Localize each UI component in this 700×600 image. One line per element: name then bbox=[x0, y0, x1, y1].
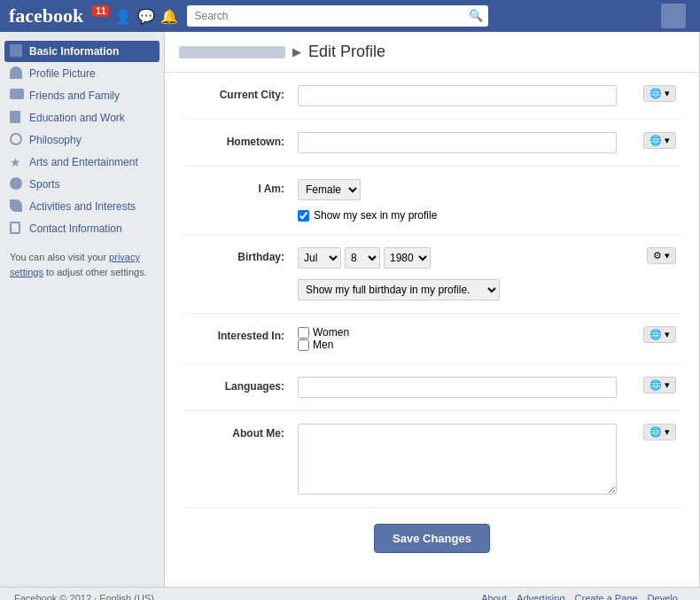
sidebar-note: You can also visit your privacy settings… bbox=[4, 250, 159, 279]
main-wrapper: Basic Information Profile Picture Friend… bbox=[0, 32, 700, 587]
sidebar-item-label: Contact Information bbox=[29, 222, 122, 235]
about-me-row: About Me: 🌐 ▾ bbox=[183, 411, 681, 508]
languages-row: Languages: 🌐 ▾ bbox=[183, 364, 681, 411]
sidebar-item-label: Friends and Family bbox=[29, 90, 120, 102]
notifications-nav-icon[interactable]: 🔔 bbox=[160, 8, 178, 25]
interested-in-row: Interested In: Women Men 🌐 bbox=[183, 314, 681, 364]
birthday-selects: JanFebMarApr MayJunJulAug SepOctNovDec 1… bbox=[298, 247, 681, 269]
current-city-label: Current City: bbox=[183, 85, 298, 101]
arts-icon: ★ bbox=[10, 155, 24, 169]
profile-picture-icon bbox=[10, 66, 24, 81]
sidebar-item-label: Activities and Interests bbox=[29, 200, 136, 213]
save-changes-button[interactable]: Save Changes bbox=[374, 524, 490, 553]
search-input[interactable] bbox=[187, 5, 488, 27]
men-label: Men bbox=[298, 339, 681, 351]
languages-input[interactable] bbox=[298, 377, 617, 398]
show-sex-label: Show my sex in my profile bbox=[314, 209, 437, 222]
show-sex-checkbox[interactable] bbox=[298, 210, 309, 222]
gender-select-row: Female Male bbox=[298, 179, 681, 200]
chevron-down-icon: ▾ bbox=[665, 250, 670, 261]
birthday-display-select[interactable]: Show my full birthday in my profile. Sho… bbox=[298, 279, 500, 300]
sidebar-item-contact-information[interactable]: Contact Information bbox=[4, 218, 159, 239]
messages-nav-icon[interactable]: 💬 bbox=[137, 8, 155, 25]
interested-in-options: Women Men bbox=[298, 326, 681, 351]
page-title: Edit Profile bbox=[308, 43, 385, 61]
avatar[interactable] bbox=[661, 4, 686, 28]
sidebar-item-activities-and-interests[interactable]: Activities and Interests bbox=[4, 196, 159, 217]
page-header: ▶ Edit Profile bbox=[165, 32, 699, 73]
footer-create-page-link[interactable]: Create a Page bbox=[575, 593, 638, 600]
birthday-label: Birthday: bbox=[183, 247, 298, 263]
chevron-down-icon: ▾ bbox=[665, 329, 670, 340]
profile-name-blurred bbox=[179, 46, 285, 58]
hometown-row: Hometown: 🌐 ▾ bbox=[183, 120, 681, 167]
i-am-label: I Am: bbox=[183, 179, 298, 195]
basic-info-icon bbox=[10, 44, 24, 58]
footer-about-link[interactable]: About bbox=[481, 593, 507, 600]
birthday-month-select[interactable]: JanFebMarApr MayJunJulAug SepOctNovDec bbox=[298, 247, 341, 269]
search-icon[interactable]: 🔍 bbox=[469, 9, 483, 22]
contact-icon bbox=[10, 222, 24, 236]
birthday-day-select[interactable]: 12345 6789 1011121314 1516171819 2021222… bbox=[345, 247, 380, 269]
hometown-input[interactable] bbox=[298, 132, 617, 153]
chevron-down-icon: ▾ bbox=[665, 426, 670, 438]
footer-develop-link[interactable]: Develo... bbox=[648, 593, 686, 600]
birthday-display-row: Show my full birthday in my profile. Sho… bbox=[298, 274, 681, 300]
sidebar-item-label: Philosophy bbox=[29, 134, 82, 146]
sidebar-item-friends-and-family[interactable]: Friends and Family bbox=[4, 85, 159, 106]
sidebar-item-philosophy[interactable]: Philosophy bbox=[4, 129, 159, 151]
current-city-privacy-btn[interactable]: 🌐 ▾ bbox=[643, 85, 676, 102]
topbar: facebook 11 👤 💬 🔔 🔍 bbox=[0, 0, 700, 32]
footer-links: About Advertising Create a Page Develo..… bbox=[474, 593, 686, 600]
interested-in-privacy-btn[interactable]: 🌐 ▾ bbox=[643, 326, 676, 343]
sidebar-item-sports[interactable]: Sports bbox=[4, 174, 159, 195]
about-me-privacy-btn[interactable]: 🌐 ▾ bbox=[643, 424, 676, 440]
birthday-controls: JanFebMarApr MayJunJulAug SepOctNovDec 1… bbox=[298, 247, 681, 300]
footer: Facebook © 2012 · English (US) About Adv… bbox=[0, 587, 700, 600]
activities-icon bbox=[10, 199, 24, 214]
sidebar-item-profile-picture[interactable]: Profile Picture bbox=[4, 63, 159, 84]
current-city-controls bbox=[298, 85, 681, 106]
hometown-label: Hometown: bbox=[183, 132, 298, 148]
footer-advertising-link[interactable]: Advertising bbox=[517, 593, 564, 600]
sidebar-item-education-and-work[interactable]: Education and Work bbox=[4, 107, 159, 129]
current-city-input[interactable] bbox=[298, 85, 617, 106]
gender-controls: Female Male Show my sex in my profile bbox=[298, 179, 681, 222]
men-checkbox[interactable] bbox=[298, 339, 309, 351]
arrow-icon: ▶ bbox=[292, 45, 301, 58]
notification-badge[interactable]: 11 bbox=[92, 5, 109, 17]
gear-icon: ⚙ bbox=[653, 250, 662, 261]
show-sex-row: Show my sex in my profile bbox=[298, 209, 681, 222]
birthday-year-select[interactable]: 1980197919781977 1975197019651985 199019… bbox=[384, 247, 431, 269]
sidebar-item-basic-information[interactable]: Basic Information bbox=[4, 41, 159, 62]
footer-copyright: Facebook © 2012 · English (US) bbox=[14, 593, 154, 600]
birthday-privacy-btn[interactable]: ⚙ ▾ bbox=[647, 247, 676, 264]
women-label: Women bbox=[298, 326, 681, 339]
gender-select[interactable]: Female Male bbox=[298, 179, 361, 200]
globe-icon: 🌐 bbox=[649, 426, 662, 438]
about-me-textarea[interactable] bbox=[298, 424, 617, 495]
gender-row: I Am: Female Male Show my sex in my prof… bbox=[183, 167, 681, 235]
chevron-down-icon: ▾ bbox=[665, 379, 670, 391]
sidebar-item-label: Basic Information bbox=[29, 45, 119, 58]
sidebar-item-label: Education and Work bbox=[29, 112, 125, 124]
education-icon bbox=[10, 111, 24, 125]
interested-in-label: Interested In: bbox=[183, 326, 298, 342]
languages-controls bbox=[298, 377, 681, 398]
languages-privacy-btn[interactable]: 🌐 ▾ bbox=[643, 377, 676, 394]
current-city-row: Current City: 🌐 ▾ bbox=[183, 73, 681, 120]
facebook-logo: facebook bbox=[9, 4, 83, 27]
search-bar: 🔍 bbox=[187, 5, 488, 27]
friends-nav-icon[interactable]: 👤 bbox=[114, 8, 132, 25]
sidebar-item-label: Sports bbox=[29, 178, 60, 191]
content-area: ▶ Edit Profile Current City: 🌐 ▾ Hometow… bbox=[164, 32, 700, 587]
friends-icon bbox=[10, 89, 24, 103]
globe-icon: 🌐 bbox=[649, 88, 662, 99]
sports-icon bbox=[10, 177, 24, 191]
women-checkbox[interactable] bbox=[298, 327, 309, 339]
hometown-privacy-btn[interactable]: 🌐 ▾ bbox=[643, 132, 676, 149]
globe-icon: 🌐 bbox=[649, 379, 662, 391]
globe-icon: 🌐 bbox=[649, 135, 662, 146]
sidebar-item-arts-and-entertainment[interactable]: ★ Arts and Entertainment bbox=[4, 152, 159, 173]
form-area: Current City: 🌐 ▾ Hometown: 🌐 ▾ bbox=[165, 73, 699, 587]
